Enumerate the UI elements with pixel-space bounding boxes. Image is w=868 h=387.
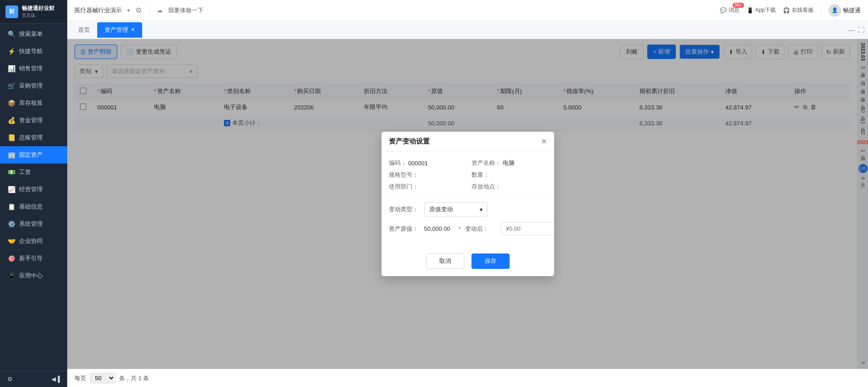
main-content: 医疗器械行业演示 ▾ ⚙ ☁ 我要体验一下 💬 消息 99+ 📱 App下载 🎧… — [67, 0, 868, 387]
sidebar-footer: ⚙ ◀▐ — [0, 371, 67, 387]
total-label: 条，共 1 条 — [119, 374, 149, 382]
modal-dept-label: 使用部门： — [389, 183, 418, 191]
cancel-button[interactable]: 取消 — [426, 253, 464, 269]
modal-code-value: 000001 — [408, 160, 428, 167]
user-info[interactable]: 👤 畅捷通 — [828, 4, 861, 17]
modal-name-value: 电脑 — [503, 159, 515, 167]
change-type-row: 变动类型： 原值变动 ▾ — [389, 202, 547, 217]
modal-code-field: 编码： 000001 — [389, 159, 464, 167]
topbar: 医疗器械行业演示 ▾ ⚙ ☁ 我要体验一下 💬 消息 99+ 📱 App下载 🎧… — [67, 0, 868, 21]
tab-home[interactable]: 首页 — [71, 22, 97, 38]
money-icon: 💰 — [7, 116, 15, 124]
chart-icon: 📊 — [7, 64, 15, 73]
tab-maximize-icon[interactable]: ⛶ — [858, 26, 864, 34]
experience-label[interactable]: 我要体验一下 — [168, 6, 203, 15]
sidebar-item-label: 基础信息 — [19, 203, 43, 211]
bottom-bar: 每页 50 100 200 条，共 1 条 — [67, 369, 868, 387]
page-size-prefix: 每页 — [74, 374, 86, 382]
save-button[interactable]: 保存 — [471, 253, 510, 269]
sidebar-item-ledger[interactable]: 📒 总账管理 — [0, 129, 67, 146]
tabbar: 首页 资产管理 ✕ — ⛶ — [67, 21, 868, 39]
after-change-label: 变动后： — [465, 225, 497, 233]
sidebar-item-label: 经营管理 — [19, 185, 43, 194]
sidebar-item-cooperation[interactable]: 🤝 企业协同 — [0, 233, 67, 250]
sidebar-item-search[interactable]: 🔍 搜索菜单 — [0, 25, 67, 43]
after-change-input[interactable] — [501, 222, 554, 235]
cloud-icon: ☁ — [157, 7, 163, 14]
change-type-select[interactable]: 原值变动 ▾ — [424, 202, 488, 217]
modal-location-label: 存放地点： — [471, 183, 501, 191]
modal-overlay: 资产变动设置 ✕ 编码： 000001 资产名称： 电脑 — [67, 39, 868, 369]
sidebar-item-appstore[interactable]: 📱 应用中心 — [0, 267, 67, 284]
app-edition: 普及版 — [22, 12, 55, 19]
sidebar-item-label: 工资 — [19, 168, 31, 176]
modal-close-button[interactable]: ✕ — [541, 137, 547, 146]
sidebar-item-label: 资金管理 — [19, 116, 43, 124]
settings-icon[interactable]: ⚙ — [7, 376, 13, 382]
sidebar-item-salary[interactable]: 💵 工资 — [0, 164, 67, 181]
company-name: 医疗器械行业演示 — [74, 6, 122, 15]
tab-assets-label: 资产管理 — [104, 26, 128, 34]
sidebar-item-label: 快捷导航 — [19, 47, 43, 55]
modal-title: 资产变动设置 — [389, 137, 430, 146]
sidebar-item-quicknav[interactable]: ⚡ 快捷导航 — [0, 43, 67, 60]
modal-footer: 取消 保存 — [382, 248, 554, 276]
download-label: App下载 — [755, 6, 776, 14]
sidebar-item-label: 新手引导 — [19, 254, 43, 263]
sidebar-item-system[interactable]: ⚙️ 系统管理 — [0, 215, 67, 233]
asset-change-modal: 资产变动设置 ✕ 编码： 000001 资产名称： 电脑 — [382, 132, 554, 276]
cart-icon: 🛒 — [7, 82, 15, 90]
settings-button[interactable]: ⚙ — [135, 6, 142, 15]
tab-assets[interactable]: 资产管理 ✕ — [97, 22, 142, 38]
app-logo: 财 — [5, 5, 18, 18]
box-icon: 📦 — [7, 99, 15, 107]
search-icon: 🔍 — [7, 30, 15, 38]
service-button[interactable]: 🎧 在线客服 — [783, 6, 813, 14]
service-label: 在线客服 — [792, 6, 813, 14]
sidebar-item-basic[interactable]: 📋 基础信息 — [0, 198, 67, 215]
sidebar-item-purchase[interactable]: 🛒 采购管理 — [0, 77, 67, 94]
modal-code-label: 编码： — [389, 159, 407, 167]
modal-quantity-label: 数量： — [471, 171, 489, 179]
tab-minimize-icon[interactable]: — — [848, 26, 854, 34]
modal-quantity-field: 数量： — [471, 171, 547, 179]
avatar: 👤 — [828, 4, 841, 17]
sidebar-item-label: 应用中心 — [19, 272, 43, 280]
download-icon: 📱 — [747, 7, 754, 14]
user-label: 畅捷通 — [843, 6, 861, 15]
ledger-icon: 📒 — [7, 134, 15, 142]
company-dropdown-icon[interactable]: ▾ — [127, 7, 130, 14]
modal-spec-label: 规格型号： — [389, 171, 418, 179]
sidebar-item-label: 销售管理 — [19, 64, 43, 73]
topbar-divider2 — [821, 6, 821, 15]
flash-icon: ⚡ — [7, 47, 15, 55]
original-value-label: 资产原值： — [389, 225, 421, 233]
sidebar-item-guide[interactable]: 🎯 新手引导 — [0, 250, 67, 267]
change-type-value: 原值变动 — [429, 205, 453, 213]
messages-badge: 99+ — [733, 3, 744, 8]
sidebar-item-sales[interactable]: 📊 销售管理 — [0, 60, 67, 77]
sidebar-item-label: 库存核算 — [19, 99, 43, 107]
building-icon: 🏢 — [7, 151, 15, 159]
page-size-select[interactable]: 50 100 200 — [90, 373, 115, 383]
handshake-icon: 🤝 — [7, 237, 15, 245]
target-icon: 🎯 — [7, 254, 15, 263]
headset-icon: 🎧 — [783, 7, 790, 14]
tab-close-icon[interactable]: ✕ — [131, 27, 135, 33]
modal-location-field: 存放地点： — [471, 183, 547, 191]
sidebar-item-inventory[interactable]: 📦 库存核算 — [0, 94, 67, 112]
gear-icon: ⚙️ — [7, 220, 15, 228]
app-name: 畅捷通好业财 — [22, 5, 55, 12]
messages-button[interactable]: 💬 消息 99+ — [720, 6, 739, 14]
sidebar-item-operations[interactable]: 📈 经营管理 — [0, 181, 67, 198]
salary-icon: 💵 — [7, 168, 15, 176]
modal-header: 资产变动设置 ✕ — [382, 132, 554, 152]
content-area: ☰ 资产明细 📄 变更生成凭证 刘账 + 新增 批量操作 — [67, 39, 868, 369]
modal-spec-field: 规格型号： — [389, 171, 464, 179]
sidebar-item-finance[interactable]: 💰 资金管理 — [0, 112, 67, 129]
topbar-right: 💬 消息 99+ 📱 App下载 🎧 在线客服 👤 畅捷通 — [720, 4, 861, 17]
change-type-label: 变动类型： — [389, 205, 421, 213]
collapse-icon[interactable]: ◀▐ — [51, 376, 60, 382]
download-button[interactable]: 📱 App下载 — [747, 6, 776, 14]
sidebar-item-assets[interactable]: 🏢 固定资产 — [0, 146, 67, 164]
